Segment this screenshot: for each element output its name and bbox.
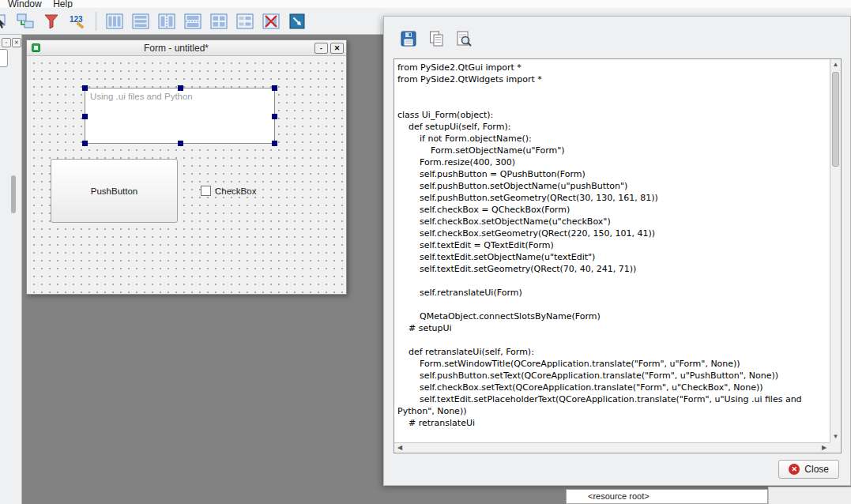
horizontal-scrollbar[interactable]: ◀ ▶: [394, 442, 830, 453]
scroll-right-arrow[interactable]: ▶: [819, 443, 830, 453]
textedit-placeholder: Using .ui files and Python: [85, 88, 274, 104]
adjust-size-button[interactable]: [287, 11, 307, 32]
layout-grid-icon: [209, 12, 228, 31]
selection-handle[interactable]: [272, 141, 277, 146]
selection-handle[interactable]: [178, 141, 183, 146]
scrollbar-corner: [830, 442, 841, 453]
checkbox-label: CheckBox: [215, 186, 256, 196]
checkbox-widget[interactable]: CheckBox: [201, 175, 281, 207]
scroll-left-arrow[interactable]: ◀: [394, 443, 405, 453]
selection-handle[interactable]: [272, 85, 277, 91]
vertical-scrollbar[interactable]: ▲ ▼: [830, 59, 841, 442]
form-minimize-button[interactable]: -: [314, 43, 328, 54]
form-window-title: Form - untitled*: [40, 43, 312, 54]
close-x-icon: ✕: [789, 464, 800, 475]
adjust-size-icon: [288, 12, 307, 31]
close-button-label: Close: [804, 464, 829, 475]
designer-form-window: Form - untitled* - ✕ Using .ui files and…: [26, 39, 347, 295]
edit-tab-order-icon: 123: [68, 12, 87, 31]
splitter-vertical-icon: [183, 12, 202, 31]
layout-grid-button[interactable]: [209, 11, 229, 32]
toolbar-separator: [96, 12, 96, 31]
dock-scrollbar[interactable]: [11, 175, 16, 213]
resource-browser: <resource root>: [566, 489, 768, 504]
edit-signals-slots-icon: [16, 12, 35, 31]
pushbutton-widget[interactable]: PushButton: [51, 159, 178, 223]
break-layout-icon: [262, 12, 281, 31]
break-layout-button[interactable]: [261, 11, 281, 32]
close-button[interactable]: ✕ Close: [778, 460, 839, 479]
form-close-button[interactable]: ✕: [330, 43, 344, 54]
edit-widgets-icon: [0, 12, 9, 31]
selection-handle[interactable]: [82, 114, 88, 119]
scroll-down-arrow[interactable]: ▼: [830, 431, 841, 442]
menu-window[interactable]: Window: [8, 0, 42, 8]
vertical-scrollbar-thumb[interactable]: [832, 72, 839, 167]
copy-button[interactable]: [426, 28, 446, 48]
selection-handle[interactable]: [82, 85, 88, 91]
splitter-vertical-button[interactable]: [183, 11, 203, 32]
menu-help[interactable]: Help: [53, 0, 73, 8]
resource-root-item[interactable]: <resource root>: [567, 490, 767, 503]
edit-widgets-button[interactable]: [0, 11, 9, 32]
form-canvas[interactable]: Using .ui files and Python PushButton Ch…: [27, 56, 346, 294]
widget-filter-input[interactable]: [0, 49, 8, 67]
layout-horizontal-button[interactable]: [104, 11, 125, 32]
find-icon: [454, 29, 473, 48]
python-code-dialog: from PySide2.QtGui import * from PySide2…: [383, 16, 851, 486]
layout-vertical-button[interactable]: [130, 11, 151, 32]
splitter-horizontal-icon: [157, 12, 176, 31]
selection-handle[interactable]: [82, 141, 88, 146]
save-button[interactable]: [398, 28, 418, 48]
layout-form-icon: [235, 12, 254, 31]
qt-designer-screen: Window Help 123: [0, 0, 851, 504]
menu-bar: Window Help: [0, 0, 851, 8]
bottom-dock-panel: [768, 487, 851, 504]
dock-close-button[interactable]: ✕: [12, 38, 21, 47]
textedit-widget[interactable]: Using .ui files and Python: [85, 88, 275, 144]
selection-handle[interactable]: [178, 85, 183, 91]
edit-buddies-button[interactable]: [41, 11, 62, 32]
layout-horizontal-icon: [105, 12, 124, 31]
widget-box-dock-strip: ▫ ✕: [0, 35, 22, 504]
dock-float-button[interactable]: ▫: [2, 38, 11, 47]
form-window-icon: [32, 43, 40, 52]
form-window-titlebar[interactable]: Form - untitled* - ✕: [27, 40, 346, 56]
code-dialog-toolbar: [398, 28, 473, 48]
layout-vertical-icon: [131, 12, 150, 31]
svg-text:123: 123: [70, 15, 83, 24]
code-viewer[interactable]: from PySide2.QtGui import * from PySide2…: [393, 58, 842, 453]
edit-buddies-icon: [42, 12, 61, 31]
selection-handle[interactable]: [272, 114, 277, 119]
copy-icon: [427, 29, 446, 48]
edit-tab-order-button[interactable]: 123: [67, 11, 88, 32]
splitter-horizontal-button[interactable]: [156, 11, 177, 32]
find-button[interactable]: [454, 28, 473, 48]
python-code-text[interactable]: from PySide2.QtGui import * from PySide2…: [394, 59, 830, 442]
checkbox-indicator[interactable]: [201, 186, 211, 196]
scroll-up-arrow[interactable]: ▲: [830, 59, 841, 70]
save-icon: [399, 29, 418, 48]
edit-signals-slots-button[interactable]: [15, 11, 36, 32]
layout-form-button[interactable]: [235, 11, 255, 32]
